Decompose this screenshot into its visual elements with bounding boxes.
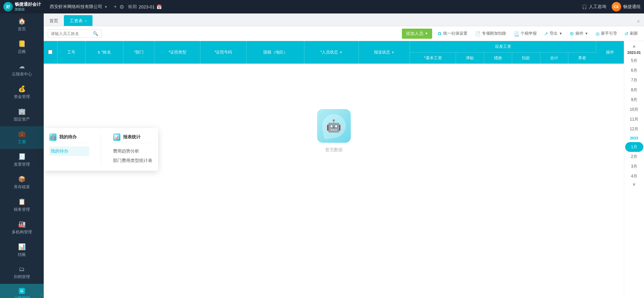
sidebar-label: 小畅报销 xyxy=(14,295,30,298)
special-deduct-icon: 📄 xyxy=(475,31,481,36)
popup-menu: 🤖 我的待办 我的待办 📊 报表统计 费用趋势分析 部门费用类型统计表 xyxy=(44,128,158,171)
month-6[interactable]: 6月 xyxy=(625,66,643,75)
export-icon: ↗ xyxy=(544,31,548,36)
month-1[interactable]: 1月 xyxy=(625,142,643,152)
month-11[interactable]: 11月 xyxy=(625,114,643,124)
refresh-button[interactable]: ↺ 刷新 xyxy=(622,29,640,38)
tax-icon: 📋 xyxy=(18,198,26,205)
month-5[interactable]: 5月 xyxy=(625,56,643,66)
sidebar-item-home[interactable]: 🏠 首页 xyxy=(0,13,44,36)
add-person-button[interactable]: 添加人员 ▼ xyxy=(402,29,432,39)
top-header: 好 畅捷通好会计 旗舰版 西安虾米网络科技有限公司 ▼ + ⚙ 账期 2023-… xyxy=(0,0,644,13)
th-person-status: *人员状态 ▼ xyxy=(304,41,358,64)
add-person-label: 添加人员 xyxy=(406,31,423,37)
th-basic-salary: *基本工资 xyxy=(410,53,456,64)
chart-popup-icon: 📊 xyxy=(113,133,120,141)
add-company-button[interactable]: + xyxy=(114,4,117,10)
logo-title: 畅捷通好会计 xyxy=(15,2,41,7)
sidebar-item-invoice[interactable]: 🧾 发票管理 xyxy=(0,149,44,171)
sidebar-item-cloud-report[interactable]: ☁ 云报表中心 xyxy=(0,59,44,81)
th-pension: 养老 xyxy=(568,53,596,64)
popup-right-title-label: 报表统计 xyxy=(123,134,141,140)
sidebar-label: 资金管理 xyxy=(14,94,30,100)
robot-icon: 🤖 xyxy=(326,119,341,133)
personal-tax-label: 个税申报 xyxy=(521,31,537,36)
avatar: CE xyxy=(612,2,621,11)
social-security-icon: ♻ xyxy=(438,31,442,36)
tab-bar-right: × xyxy=(92,17,644,26)
sidebar-item-archive[interactable]: 🗂 归档管理 xyxy=(0,262,44,284)
settings-icon[interactable]: ⚙ xyxy=(119,4,124,10)
month-2[interactable]: 2月 xyxy=(625,152,643,162)
th-nationality: 国籍（地区） xyxy=(246,41,304,64)
month-8[interactable]: 8月 xyxy=(625,85,643,95)
sidebar-item-xiao-chang[interactable]: G 小畅报销 › xyxy=(0,284,44,298)
company-selector[interactable]: 西安虾米网络科技有限公司 ▼ xyxy=(47,2,110,11)
customer-service[interactable]: 🎧 人工咨询 xyxy=(582,4,606,10)
popup-item-my-todo[interactable]: 我的待办 xyxy=(49,146,89,156)
popup-divider xyxy=(101,133,101,165)
popup-item-dept-expense[interactable]: 部门费用类型统计表 xyxy=(113,156,153,165)
inventory-icon: 📦 xyxy=(18,175,26,183)
popup-left-title-label: 我的待办 xyxy=(59,134,77,140)
robot-popup-icon: 🤖 xyxy=(49,133,56,141)
calendar-icon[interactable]: 📅 xyxy=(156,4,162,9)
sidebar-item-salary[interactable]: 💼 工资 xyxy=(0,126,44,149)
tab-home[interactable]: 首页 xyxy=(44,15,64,26)
sidebar-item-multi-org[interactable]: 🏭 多机构管理 xyxy=(0,217,44,239)
sidebar-item-tax[interactable]: 📋 税务管理 xyxy=(0,194,44,217)
operation-dropdown-icon: ▼ xyxy=(585,32,588,35)
filter-report-status-icon[interactable]: ▼ xyxy=(391,51,394,54)
new-guide-button[interactable]: ◎ 新手引导 xyxy=(594,29,619,38)
search-input[interactable] xyxy=(51,31,91,36)
th-report-status: 报送状态 ▼ xyxy=(358,41,410,64)
sidebar-item-close[interactable]: 📊 结账 xyxy=(0,239,44,262)
calendar-nav-down[interactable]: ▼ xyxy=(631,181,637,188)
popup-row: 🤖 我的待办 我的待办 📊 报表统计 费用趋势分析 部门费用类型统计表 xyxy=(49,133,153,165)
operation-button[interactable]: ⚙ 操作 ▼ xyxy=(568,29,590,38)
service-label: 人工咨询 xyxy=(589,4,606,10)
popup-item-expense-trend[interactable]: 费用趋势分析 xyxy=(113,146,153,156)
toolbar: 🔍 添加人员 ▼ ♻ 统一社保设置 📄 专项附加扣除 📃 个税申报 ↗ 导出 xyxy=(44,26,644,41)
operation-label: 操作 xyxy=(575,31,583,36)
salary-icon: 💼 xyxy=(18,130,26,138)
export-button[interactable]: ↗ 导出 ▼ xyxy=(542,29,564,38)
search-icon[interactable]: 🔍 xyxy=(93,31,98,36)
tab-salary[interactable]: 工资表 × xyxy=(64,15,92,26)
sidebar-label: 云报表中心 xyxy=(12,71,32,77)
personal-tax-button[interactable]: 📃 个税申报 xyxy=(512,29,539,38)
month-7[interactable]: 7月 xyxy=(625,75,643,85)
sidebar-item-ledger[interactable]: 📒 总账 xyxy=(0,36,44,59)
calendar-nav-up[interactable]: ▲ xyxy=(631,42,637,49)
popup-col-left: 🤖 我的待办 我的待办 xyxy=(49,133,89,165)
period-label: 账期 xyxy=(128,4,137,10)
popup-col-right-title: 📊 报表统计 xyxy=(113,133,153,143)
sidebar-item-fund[interactable]: 💰 资金管理 xyxy=(0,81,44,104)
social-security-button[interactable]: ♻ 统一社保设置 xyxy=(435,29,469,38)
month-9[interactable]: 9月 xyxy=(625,95,643,105)
user-info[interactable]: CE 畅捷通组 xyxy=(612,2,641,11)
cloud-icon: ☁ xyxy=(19,63,25,70)
logo-subtitle: 旗舰版 xyxy=(15,7,41,12)
tab-close-icon[interactable]: × xyxy=(85,19,87,23)
month-10[interactable]: 10月 xyxy=(625,105,643,114)
month-12[interactable]: 12月 xyxy=(625,124,643,134)
month-4[interactable]: 4月 xyxy=(625,171,643,181)
select-all-checkbox[interactable] xyxy=(48,50,52,54)
building-icon: 🏢 xyxy=(18,108,26,115)
tab-bar: 首页 工资表 × × xyxy=(44,13,644,26)
new-guide-label: 新手引导 xyxy=(601,31,617,36)
th-name: ⇅ *姓名 xyxy=(85,41,123,64)
new-guide-toolbar-icon: ◎ xyxy=(596,31,600,36)
tab-home-label: 首页 xyxy=(49,18,58,24)
special-deduct-button[interactable]: 📄 专项附加扣除 xyxy=(473,29,508,38)
th-checkbox[interactable] xyxy=(44,41,57,64)
th-bonus: 绩效 xyxy=(484,53,512,64)
sidebar-item-fixed-asset[interactable]: 🏢 固定资产 xyxy=(0,104,44,126)
th-cert-no: *证照号码 xyxy=(200,41,247,64)
th-cert-type: *证照类型 xyxy=(154,41,200,64)
close-panel-button[interactable]: × xyxy=(636,17,641,26)
sidebar-item-inventory[interactable]: 📦 库存核算 xyxy=(0,171,44,194)
month-3[interactable]: 3月 xyxy=(625,162,643,171)
filter-person-status-icon[interactable]: ▼ xyxy=(339,51,343,54)
